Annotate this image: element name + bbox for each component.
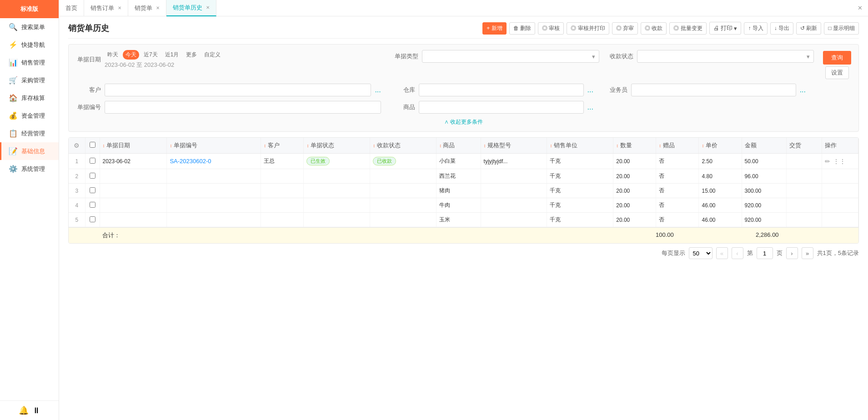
action-cell xyxy=(822,198,858,213)
customer-ellipsis[interactable]: ... xyxy=(375,86,381,94)
tab-close-sales-history[interactable]: ✕ xyxy=(206,5,210,10)
row-checkbox[interactable] xyxy=(90,202,95,208)
pause-icon[interactable]: ⏸ xyxy=(32,406,40,415)
batch-change-button[interactable]: ◎ 批量变更 xyxy=(669,22,706,35)
last-page-button[interactable]: » xyxy=(802,247,813,259)
filter-date: 单据日期 昨天 今天 近7天 近1月 更多 自定义 2023 xyxy=(76,50,384,69)
revoke-button[interactable]: ◎ 弃审 xyxy=(612,22,638,35)
row-checkbox[interactable] xyxy=(90,173,95,179)
doc-no-link[interactable]: SA-20230602-0 xyxy=(170,158,211,165)
add-button[interactable]: + 新增 xyxy=(482,22,506,35)
col-qty[interactable]: ↕ 数量 xyxy=(613,138,656,154)
col-doc-no[interactable]: ↕ 单据编号 xyxy=(167,138,261,154)
select-all-checkbox[interactable] xyxy=(90,142,95,148)
export-button[interactable]: ↓ 导出 xyxy=(770,22,793,35)
sidebar-item-system[interactable]: ⚙️ 系统管理 xyxy=(0,160,59,178)
customer-input[interactable] xyxy=(105,84,371,96)
collect-button[interactable]: ◎ 收款 xyxy=(641,22,667,35)
sidebar-item-sales[interactable]: 📊 销售管理 xyxy=(0,54,59,71)
page-number-input[interactable] xyxy=(757,247,773,259)
checkbox-cell[interactable] xyxy=(85,154,100,169)
quicknav-icon: ⚡ xyxy=(9,40,18,49)
date-tag-custom[interactable]: 自定义 xyxy=(201,50,223,60)
checkbox-cell[interactable] xyxy=(85,198,100,213)
sidebar-item-purchase[interactable]: 🛒 采购管理 xyxy=(0,71,59,89)
notification-icon[interactable]: 🔔 xyxy=(19,405,29,415)
payment-status-select[interactable]: ▾ xyxy=(637,50,814,63)
date-tag-7days[interactable]: 近7天 xyxy=(141,50,161,60)
col-price[interactable]: ↕ 单价 xyxy=(699,138,742,154)
row-checkbox[interactable] xyxy=(90,158,95,164)
audit-button[interactable]: ◎ 审核 xyxy=(538,22,564,35)
page-size-select[interactable]: 50 100 200 xyxy=(689,247,712,259)
col-spec[interactable]: ↕ 规格型号 xyxy=(481,138,547,154)
sidebar-item-operations[interactable]: 📋 经营管理 xyxy=(0,125,59,142)
doc-type-select[interactable]: ▾ xyxy=(422,50,599,63)
salesperson-input[interactable] xyxy=(631,84,796,96)
tab-close-sales-delivery[interactable]: ✕ xyxy=(156,5,160,10)
sidebar: 标准版 🔍 搜索菜单 ⚡ 快捷导航 📊 销售管理 🛒 采购管理 🏠 库存核算 💰… xyxy=(0,0,59,420)
col-goods[interactable]: ↕ 商品 xyxy=(437,138,481,154)
tab-sales-delivery[interactable]: 销货单 ✕ xyxy=(128,0,166,16)
col-doc-date[interactable]: ↕ 单据日期 xyxy=(100,138,167,154)
next-page-button[interactable]: › xyxy=(786,247,798,259)
sidebar-item-finance[interactable]: 💰 资金管理 xyxy=(0,107,59,125)
warehouse-ellipsis[interactable]: ... xyxy=(587,86,593,94)
table-gear-icon[interactable]: ⚙ xyxy=(74,142,80,149)
sidebar-item-search[interactable]: 🔍 搜索菜单 xyxy=(0,18,59,36)
collapse-filter-btn[interactable]: ∧ 收起更多条件 xyxy=(76,118,851,126)
col-doc-status[interactable]: ↕ 单据状态 xyxy=(304,138,370,154)
more-icon[interactable]: ⋮⋮ xyxy=(833,158,846,165)
table-cell xyxy=(261,198,304,213)
doc-no-label: 单据编号 xyxy=(76,103,101,111)
warehouse-input[interactable] xyxy=(419,84,584,96)
goods-ellipsis[interactable]: ... xyxy=(587,103,593,111)
salesperson-ellipsis[interactable]: ... xyxy=(800,86,806,94)
date-tag-1month[interactable]: 近1月 xyxy=(162,50,182,60)
date-tag-yesterday[interactable]: 昨天 xyxy=(105,50,121,60)
goods-input[interactable] xyxy=(419,101,584,114)
table-cell: 玉米 xyxy=(437,213,481,227)
sidebar-item-quicknav[interactable]: ⚡ 快捷导航 xyxy=(0,36,59,54)
checkbox-cell[interactable] xyxy=(85,184,100,198)
filter-customer: 客户 ... xyxy=(76,84,381,96)
status-badge: 已生效 xyxy=(306,157,330,165)
tab-sales-history[interactable]: 销货单历史 ✕ xyxy=(166,0,216,16)
sidebar-item-inventory[interactable]: 🏠 库存核算 xyxy=(0,89,59,107)
show-detail-button[interactable]: □ 显示明细 xyxy=(824,22,859,35)
table-cell xyxy=(261,169,304,184)
doc-no-cell[interactable]: SA-20230602-0 xyxy=(167,154,261,169)
doc-no-input[interactable] xyxy=(105,101,381,114)
status-badge: 已收款 xyxy=(373,157,396,165)
tab-bar: 首页 销售订单 ✕ 销货单 ✕ 销货单历史 ✕ ✕ xyxy=(59,0,868,16)
first-page-button[interactable]: « xyxy=(716,247,728,259)
col-unit[interactable]: ↕ 销售单位 xyxy=(547,138,613,154)
prev-page-button[interactable]: ‹ xyxy=(732,247,743,259)
edit-icon[interactable]: ✏ xyxy=(825,158,830,165)
row-checkbox[interactable] xyxy=(90,187,95,193)
import-button[interactable]: ↑ 导入 xyxy=(744,22,767,35)
filter-settings-button[interactable]: 设置 xyxy=(825,66,849,79)
audit-print-button[interactable]: ◎ 审核并打印 xyxy=(567,22,609,35)
print-button[interactable]: 🖨 打印 ▾ xyxy=(709,22,742,35)
checkbox-cell[interactable] xyxy=(85,213,100,227)
date-tag-today[interactable]: 今天 xyxy=(123,50,139,60)
date-tag-more[interactable]: 更多 xyxy=(183,50,200,60)
refresh-button[interactable]: ↺ 刷新 xyxy=(796,22,821,35)
delete-button[interactable]: 🗑 删除 xyxy=(509,22,535,35)
col-customer[interactable]: ↕ 客户 xyxy=(261,138,304,154)
col-settings[interactable]: ⚙ xyxy=(69,138,85,154)
col-gift[interactable]: ↕ 赠品 xyxy=(656,138,699,154)
sidebar-item-basic[interactable]: 📝 基础信息 xyxy=(0,142,59,160)
tab-home[interactable]: 首页 xyxy=(59,0,84,16)
checkbox-cell[interactable] xyxy=(85,169,100,184)
query-button[interactable]: 查询 xyxy=(823,51,851,65)
row-checkbox[interactable] xyxy=(90,216,95,222)
tab-bar-end[interactable]: ✕ xyxy=(852,5,868,11)
inventory-icon: 🏠 xyxy=(9,94,18,102)
table-cell: 20.00 xyxy=(613,169,656,184)
table-cell: 否 xyxy=(656,184,699,198)
col-payment-status[interactable]: ↕ 收款状态 xyxy=(370,138,437,154)
tab-close-sales-order[interactable]: ✕ xyxy=(118,5,121,10)
tab-sales-order[interactable]: 销售订单 ✕ xyxy=(84,0,128,16)
